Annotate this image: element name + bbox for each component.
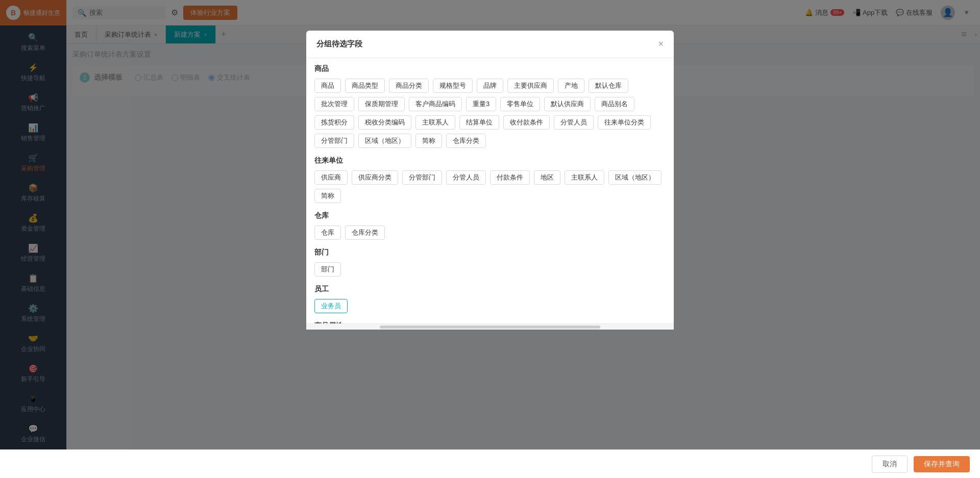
dialog-horizontal-scrollbar[interactable] [306,323,674,330]
field-tag-department[interactable]: 部门 [314,262,341,276]
dialog-title: 分组待选字段 [316,39,362,49]
field-group-partner-title: 往来单位 [314,156,662,165]
field-tag-abbr[interactable]: 简称 [415,134,442,148]
field-tag-default-supplier[interactable]: 默认供应商 [544,97,591,111]
field-tag-region[interactable]: 区域（地区） [358,134,411,148]
field-tag-partner-person[interactable]: 分管人员 [446,170,486,185]
field-group-partner: 往来单位 供应商 供应商分类 分管部门 分管人员 付款条件 地区 主联系人 区域… [314,156,662,203]
field-group-goods-title: 商品 [314,64,662,73]
bottom-action-bar: 取消 保存并查询 [0,449,980,478]
field-tag-payment-cond[interactable]: 付款条件 [490,170,530,185]
field-tag-dept[interactable]: 分管部门 [314,134,354,148]
field-tag-spec-model[interactable]: 规格型号 [433,79,473,93]
field-group-warehouse-title: 仓库 [314,211,662,220]
field-tag-default-warehouse[interactable]: 默认仓库 [589,79,628,93]
field-tag-goods-type[interactable]: 商品类型 [345,79,385,93]
field-tag-partner-contact[interactable]: 主联系人 [565,170,604,185]
field-tags-warehouse: 仓库 仓库分类 [314,225,662,240]
dialog-hscroll-thumb [380,325,600,329]
field-tag-partner-region[interactable]: 区域（地区） [608,170,662,185]
field-tag-warehouse-cat[interactable]: 仓库分类 [446,134,486,148]
field-group-warehouse: 仓库 仓库 仓库分类 [314,211,662,240]
field-tag-supervisor[interactable]: 分管人员 [554,115,594,130]
field-tags-department: 部门 [314,262,662,276]
field-tag-partner-abbr[interactable]: 简称 [314,189,341,203]
field-group-employee: 员工 业务员 [314,285,662,313]
dialog-body: 商品 商品 商品类型 商品分类 规格型号 品牌 主要供应商 产地 默认仓库 批次… [306,58,674,323]
field-tag-supplier-cat[interactable]: 供应商分类 [352,170,398,185]
field-tag-expiry-mgmt[interactable]: 保质期管理 [358,97,405,111]
save-query-button[interactable]: 保存并查询 [914,456,970,472]
field-tags-employee: 业务员 [314,299,662,313]
dialog-header: 分组待选字段 × [306,31,674,58]
field-tag-warehouse[interactable]: 仓库 [314,225,341,240]
field-tag-goods[interactable]: 商品 [314,79,341,93]
field-tag-goods-category[interactable]: 商品分类 [389,79,429,93]
dialog-close-button[interactable]: × [658,39,664,49]
field-tag-retail-unit[interactable]: 零售单位 [500,97,540,111]
field-tags-goods: 商品 商品类型 商品分类 规格型号 品牌 主要供应商 产地 默认仓库 批次管理 … [314,79,662,148]
field-tag-main-contact[interactable]: 主联系人 [415,115,455,130]
cancel-button[interactable]: 取消 [872,456,908,473]
field-group-goods: 商品 商品 商品类型 商品分类 规格型号 品牌 主要供应商 产地 默认仓库 批次… [314,64,662,148]
field-tag-brand[interactable]: 品牌 [477,79,503,93]
dialog-overlay: 分组待选字段 × 商品 商品 商品类型 商品分类 规格型号 品牌 主要供应商 产… [0,0,980,478]
field-group-department-title: 部门 [314,248,662,257]
field-tag-origin[interactable]: 产地 [558,79,584,93]
field-tag-supplier[interactable]: 供应商 [314,170,348,185]
field-tag-partner-category[interactable]: 往来单位分类 [598,115,651,130]
field-tag-payment-terms[interactable]: 收付款条件 [503,115,550,130]
field-tag-goods-alias[interactable]: 商品别名 [595,97,634,111]
field-tag-partner-dept[interactable]: 分管部门 [402,170,442,185]
field-tag-tax-code[interactable]: 税收分类编码 [358,115,411,130]
field-tags-partner: 供应商 供应商分类 分管部门 分管人员 付款条件 地区 主联系人 区域（地区） … [314,170,662,203]
field-tag-customer-code[interactable]: 客户商品编码 [409,97,462,111]
field-tag-salesperson[interactable]: 业务员 [314,299,348,313]
field-tag-warehouse-category[interactable]: 仓库分类 [345,225,385,240]
field-tag-settlement-unit[interactable]: 结算单位 [459,115,499,130]
field-tag-area[interactable]: 地区 [534,170,560,185]
field-tag-main-supplier[interactable]: 主要供应商 [507,79,554,93]
field-tag-pick-points[interactable]: 拣货积分 [314,115,354,130]
field-tag-batch-mgmt[interactable]: 批次管理 [314,97,354,111]
field-tag-weight[interactable]: 重量3 [466,97,496,111]
field-picker-dialog: 分组待选字段 × 商品 商品 商品类型 商品分类 规格型号 品牌 主要供应商 产… [306,31,674,330]
field-group-employee-title: 员工 [314,285,662,294]
field-group-department: 部门 部门 [314,248,662,276]
